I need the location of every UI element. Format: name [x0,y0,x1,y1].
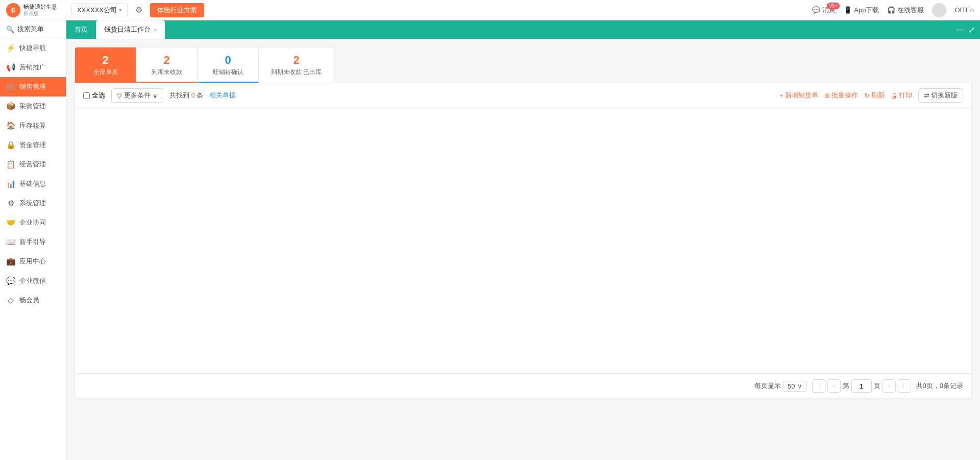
tab-workbench[interactable]: 钱货日清工作台 × [96,20,165,39]
sidebar-item-purchase[interactable]: 📦 采购管理 [0,96,66,116]
headset-icon: 🎧 [887,6,895,14]
purchase-icon: 📦 [6,102,15,111]
sidebar-item-label: 资金管理 [19,140,46,150]
app-center-icon: 💼 [6,257,15,266]
page-navigation: 《 ＜ 第 页 ＞ 》 [812,379,911,393]
tab-close-button[interactable]: × [154,27,157,33]
sidebar-item-label: 采购管理 [19,102,46,111]
refresh-icon: ↻ [864,92,870,100]
company-name: XXXXXX公司 [77,6,117,15]
nav-tabs: 首页 钱货日清工作台 × — ⤢ [66,20,980,39]
stats-tab-overdue[interactable]: 2 到期未收款 [136,47,198,83]
message-button[interactable]: 💬 消息 99+ [812,6,836,15]
toolbar-right: + 新增销货单 ⊞ 批量操作 ↻ 刷新 🖨 打印 ⇄ 切换新版 [779,88,963,103]
sidebar-item-label: 快捷导航 [19,43,46,53]
switch-icon: ⇄ [924,92,929,100]
table-toolbar: 全选 ▽ 更多条件 ∨ 共找到 0 条 相关单据 + 新增销货单 ⊞ 批量操作 … [75,83,972,108]
batch-button[interactable]: ⊞ 批量操作 [824,91,858,100]
related-link[interactable]: 相关单据 [209,91,236,100]
quick-nav-icon: ⚡ [6,43,15,53]
sidebar-item-marketing[interactable]: 📢 营销推广 [0,58,66,77]
pending-count: 0 [210,54,246,67]
total-records-text: 共0页，0条记录 [916,381,963,391]
marketing-icon: 📢 [6,63,15,72]
basic-info-icon: 📊 [6,179,15,188]
shipped-label: 到期未收款 已出库 [271,68,322,77]
shipped-count: 2 [271,54,322,67]
company-selector[interactable]: XXXXXX公司 ▾ [71,3,128,17]
refresh-label: 刷新 [871,91,885,100]
toolbar-left: 全选 ▽ 更多条件 ∨ 共找到 0 条 相关单据 [83,88,236,103]
sidebar-item-basic-info[interactable]: 📊 基础信息 [0,174,66,193]
home-tab-label: 首页 [75,25,88,34]
filter-button[interactable]: ▽ 更多条件 ∨ [111,88,163,103]
filter-icon: ▽ [117,92,122,100]
sidebar-item-sales[interactable]: 🛒 销售管理 [0,77,66,96]
page-suffix: 页 [874,381,880,391]
sidebar-search[interactable]: 🔍 搜索菜单 [0,20,66,38]
tab-maximize-button[interactable]: ⤢ [968,25,975,35]
sidebar-item-inventory[interactable]: 🏠 库存核算 [0,116,66,135]
select-all-label: 全选 [92,91,105,100]
select-all-checkbox[interactable]: 全选 [83,91,105,100]
sidebar-item-app-center[interactable]: 💼 应用中心 [0,252,66,271]
tab-minimize-button[interactable]: — [956,25,964,34]
print-button[interactable]: 🖨 打印 [891,91,912,100]
next-page-button[interactable]: ＞ [883,379,896,393]
sidebar-item-system[interactable]: ⚙ 系统管理 [0,193,66,213]
page-label: 第 [843,381,849,391]
first-page-button[interactable]: 《 [812,379,825,393]
last-page-button[interactable]: 》 [898,379,911,393]
page-size-value: 50 [788,382,795,390]
settings-button[interactable]: ⚙ [132,3,146,17]
app-download-label: App下载 [854,6,879,15]
inventory-icon: 🏠 [6,121,15,130]
add-button[interactable]: + 新增销货单 [779,91,818,100]
switch-version-button[interactable]: ⇄ 切换新版 [918,88,963,103]
tab-home[interactable]: 首页 [66,20,96,39]
app-download-button[interactable]: 📱 App下载 [844,6,879,15]
sidebar-item-finance[interactable]: 🔒 资金管理 [0,135,66,155]
result-count: 0 [191,91,195,99]
result-text: 共找到 0 条 [169,91,203,100]
stats-tab-pending[interactable]: 0 旺铺待确认 [198,47,259,83]
wechat-icon: 💬 [6,276,15,285]
sidebar-item-guide[interactable]: 📖 新手引导 [0,232,66,252]
print-label: 打印 [899,91,912,100]
online-service-button[interactable]: 🎧 在线客服 [887,6,924,15]
sidebar-item-label: 经营管理 [19,160,46,169]
sidebar-item-label: 新手引导 [19,237,46,247]
logo-text: 畅捷通好生意 标准版 [23,3,57,17]
search-label: 搜索菜单 [17,25,44,34]
sidebar-item-quick-nav[interactable]: ⚡ 快捷导航 [0,38,66,58]
sidebar-item-label: 基础信息 [19,179,46,188]
select-all-input[interactable] [83,92,90,99]
avatar[interactable] [932,3,946,17]
all-label: 全部单据 [87,68,124,77]
pending-underline [198,82,258,83]
page-number-input[interactable] [851,379,872,393]
filter-label: 更多条件 [124,91,151,100]
sidebar: 🔍 搜索菜单 ⚡ 快捷导航 📢 营销推广 🛒 销售管理 📦 采购管理 🏠 库存核… [0,0,66,460]
message-badge: 99+ [827,3,840,9]
stats-tab-all[interactable]: 2 全部单据 [75,47,136,83]
sidebar-item-member[interactable]: ◇ 畅会员 [0,290,66,310]
sidebar-item-label: 销售管理 [19,82,46,91]
stats-tab-shipped[interactable]: 2 到期未收款 已出库 [259,47,334,83]
sidebar-item-operations[interactable]: 📋 经营管理 [0,155,66,174]
company-dropdown-arrow: ▾ [119,7,122,13]
page-size-select-box[interactable]: 50 ∨ [783,381,806,392]
main-content: 2 全部单据 2 到期未收款 0 旺铺待确认 2 到期未收款 已出库 全选 ▽ [66,39,980,460]
trial-button[interactable]: 体验行业方案 [150,3,204,17]
table-area [75,108,972,374]
guide-icon: 📖 [6,237,15,247]
sidebar-item-wechat[interactable]: 💬 企业微信 [0,271,66,290]
print-icon: 🖨 [891,92,897,100]
username-label: OfTEn [954,6,974,14]
switch-label: 切换新版 [931,91,958,100]
refresh-button[interactable]: ↻ 刷新 [864,91,885,100]
prev-page-button[interactable]: ＜ [827,379,841,393]
page-input-area: 第 页 [843,379,880,393]
search-icon: 🔍 [6,26,14,33]
sidebar-item-enterprise[interactable]: 🤝 企业协同 [0,213,66,232]
